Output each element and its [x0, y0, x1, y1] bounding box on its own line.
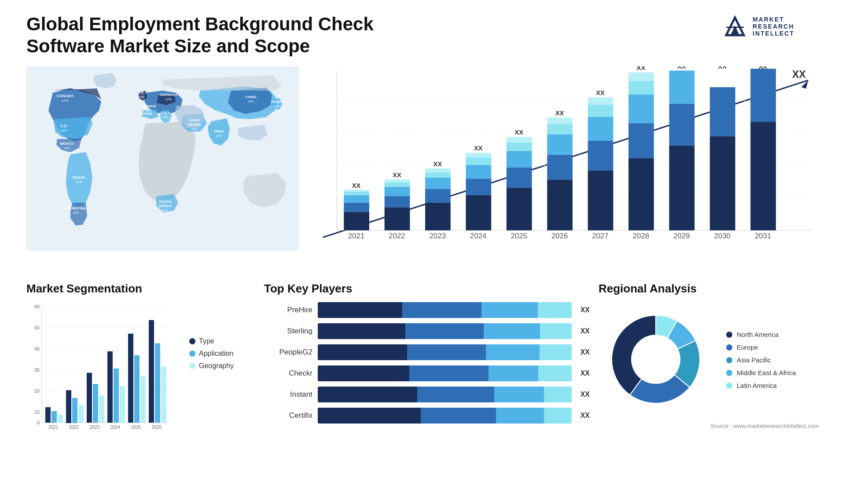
svg-rect-89 — [588, 117, 614, 141]
legend-application: Application — [189, 350, 234, 358]
svg-rect-53 — [385, 196, 410, 207]
svg-rect-63 — [425, 168, 451, 172]
legend-geography-dot — [189, 363, 195, 369]
svg-text:0: 0 — [37, 420, 40, 425]
svg-rect-106 — [710, 87, 735, 136]
svg-rect-45 — [344, 212, 369, 230]
svg-rect-98 — [628, 72, 654, 80]
svg-text:MEXICO: MEXICO — [60, 142, 74, 146]
svg-rect-60 — [425, 189, 451, 203]
regional-legend-dot — [726, 357, 732, 363]
svg-rect-77 — [507, 137, 532, 142]
svg-text:XX: XX — [434, 161, 442, 168]
svg-text:XX: XX — [596, 89, 605, 96]
bottom-row: Market Segmentation 60 50 40 30 20 10 0 — [26, 282, 819, 434]
svg-text:XX: XX — [514, 129, 523, 136]
svg-rect-149 — [149, 320, 154, 423]
player-bar-seg4 — [538, 365, 572, 381]
svg-text:INDIA: INDIA — [214, 129, 224, 133]
svg-rect-80 — [547, 179, 573, 230]
svg-rect-102 — [669, 104, 694, 145]
player-bar-seg1 — [318, 408, 421, 424]
svg-rect-96 — [628, 95, 654, 123]
svg-text:XX: XX — [393, 172, 401, 179]
svg-text:2026: 2026 — [551, 231, 568, 240]
player-bar-seg4 — [538, 302, 572, 318]
player-name: PreHire — [264, 306, 312, 314]
svg-text:2021: 2021 — [48, 425, 59, 430]
svg-text:SPAIN: SPAIN — [141, 112, 152, 116]
svg-text:xx%: xx% — [73, 211, 78, 214]
player-bar — [318, 323, 572, 339]
svg-text:xx%: xx% — [162, 116, 168, 119]
player-row-certifix: Certifix XX — [264, 408, 590, 424]
svg-text:GERMANY: GERMANY — [160, 93, 178, 97]
svg-text:XX: XX — [759, 66, 768, 70]
svg-text:AFRICA: AFRICA — [158, 204, 172, 208]
svg-rect-143 — [120, 386, 125, 422]
svg-rect-138 — [93, 384, 98, 423]
players-table: PreHire XX Sterling XX PeopleG2 XX Check… — [264, 302, 590, 424]
svg-text:2030: 2030 — [714, 231, 731, 240]
svg-rect-137 — [87, 373, 92, 422]
donut-chart — [599, 302, 713, 418]
regional-legend-item: Asia Pacific — [726, 356, 796, 364]
svg-rect-134 — [72, 398, 77, 423]
map-section: CANADA xx% U.S. xx% MEXICO xx% BRAZIL xx… — [26, 66, 299, 269]
svg-rect-142 — [114, 369, 119, 423]
bar-chart-section: XX — [308, 66, 819, 269]
player-value: XX — [580, 348, 590, 356]
player-name: Checkr — [264, 369, 312, 378]
player-row-checkr: Checkr XX — [264, 365, 590, 381]
svg-rect-88 — [588, 141, 614, 170]
player-bar-seg3 — [496, 408, 544, 424]
regional-legend-item: Middle East & Africa — [726, 369, 796, 376]
regional-legend-label: Europe — [737, 343, 758, 351]
player-value: XX — [580, 412, 590, 420]
svg-text:XX: XX — [677, 66, 686, 70]
svg-text:2021: 2021 — [348, 231, 364, 240]
player-bar-seg1 — [318, 387, 417, 402]
svg-text:2027: 2027 — [592, 231, 608, 240]
player-bar-seg2 — [417, 387, 495, 402]
svg-rect-129 — [45, 407, 51, 423]
bar-chart-svg: XX — [308, 66, 819, 251]
svg-rect-48 — [344, 191, 369, 195]
player-bar-seg2 — [405, 323, 484, 339]
svg-text:ARABIA: ARABIA — [187, 123, 201, 127]
player-bar-seg4 — [544, 408, 571, 424]
regional-legend-item: Latin America — [726, 382, 796, 389]
source-text: Source : www.marketresearchintellect.com — [599, 423, 819, 429]
svg-rect-105 — [710, 136, 735, 230]
svg-text:10: 10 — [34, 409, 40, 415]
player-bar-seg1 — [318, 323, 405, 339]
svg-text:BRAZIL: BRAZIL — [73, 175, 85, 179]
header: Global Employment Background Check Softw… — [26, 13, 819, 58]
svg-text:xx%: xx% — [248, 100, 254, 103]
logo-text: MARKET RESEARCH INTELLECT — [753, 16, 794, 37]
svg-text:ITALY: ITALY — [161, 111, 170, 115]
regional-legend-dot — [726, 344, 732, 351]
svg-rect-87 — [588, 170, 614, 230]
svg-text:XX: XX — [555, 110, 564, 117]
svg-text:30: 30 — [34, 367, 40, 373]
svg-text:2025: 2025 — [131, 425, 141, 430]
svg-text:2024: 2024 — [110, 425, 121, 430]
svg-rect-97 — [628, 80, 654, 95]
player-bar-seg2 — [421, 408, 496, 424]
player-bar — [318, 408, 572, 424]
player-name: Sterling — [264, 327, 312, 336]
player-value: XX — [580, 327, 590, 335]
svg-rect-67 — [466, 179, 491, 195]
svg-text:xx%: xx% — [60, 128, 67, 132]
seg-chart: 60 50 40 30 20 10 0 — [26, 302, 172, 434]
svg-rect-108 — [750, 122, 776, 230]
player-bar — [318, 365, 572, 381]
seg-legend: Type Application Geography — [189, 337, 234, 370]
svg-text:xx%: xx% — [138, 95, 144, 99]
svg-text:2025: 2025 — [511, 231, 527, 240]
world-map-svg: CANADA xx% U.S. xx% MEXICO xx% BRAZIL xx… — [26, 66, 299, 251]
regional-legend-dot — [726, 332, 732, 338]
svg-rect-145 — [128, 333, 133, 422]
donut-svg — [599, 302, 713, 416]
